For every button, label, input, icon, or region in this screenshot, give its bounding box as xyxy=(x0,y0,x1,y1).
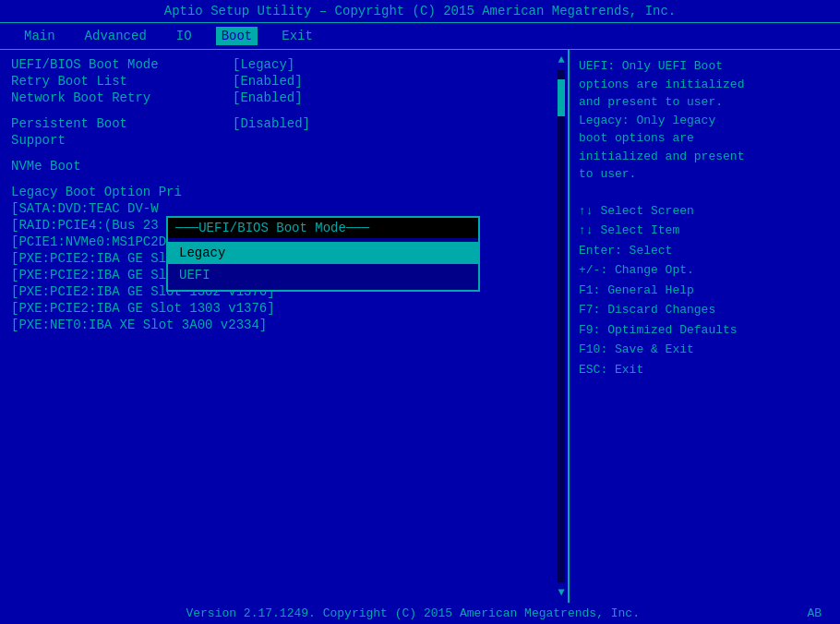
legacy-boot-label: Legacy Boot Option Pri xyxy=(11,185,306,199)
modal-title-bar: UEFI/BIOS Boot Mode xyxy=(168,218,478,238)
help-line: Legacy: Only legacy xyxy=(579,112,831,130)
right-panel: UEFI: Only UEFI Bootoptions are initiali… xyxy=(568,50,840,603)
setting-label[interactable]: Network Boot Retry xyxy=(11,90,233,105)
nav-item-exit[interactable]: Exit xyxy=(276,27,318,45)
setting-row: Network Boot Retry[Enabled] xyxy=(11,90,557,105)
help-text: UEFI: Only UEFI Bootoptions are initiali… xyxy=(579,57,831,184)
setting-value: [Disabled] xyxy=(233,116,310,131)
boot-list-item[interactable]: [PXE:PCIE2:IBA GE Slot 1303 v1376] xyxy=(11,301,557,316)
help-line: initialized and present xyxy=(579,148,831,166)
help-line: and present to user. xyxy=(579,93,831,112)
modal-title: UEFI/BIOS Boot Mode xyxy=(198,221,346,235)
key-row: ESC: Exit xyxy=(579,361,831,379)
setting-row: Support xyxy=(11,133,557,148)
nav-item-boot[interactable]: Boot xyxy=(216,27,258,45)
setting-row: Persistent Boot[Disabled] xyxy=(11,116,557,131)
boot-list-item[interactable]: [SATA:DVD:TEAC DV-W xyxy=(11,201,557,216)
left-panel: UEFI/BIOS Boot Mode[Legacy]Retry Boot Li… xyxy=(0,50,568,603)
modal-options: LegacyUEFI xyxy=(168,238,478,290)
key-help: ↑↓ Select Screen↑↓ Select ItemEnter: Sel… xyxy=(579,202,831,379)
boot-list-item[interactable]: [PXE:NET0:IBA XE Slot 3A00 v2334] xyxy=(11,318,557,332)
key-row: Enter: Select xyxy=(579,242,831,260)
modal-option-legacy[interactable]: Legacy xyxy=(168,242,478,264)
key-row: F7: Discard Changes xyxy=(579,301,831,319)
help-line: UEFI: Only UEFI Boot xyxy=(579,57,831,76)
setting-label[interactable]: NVMe Boot xyxy=(11,159,233,174)
setting-row: UEFI/BIOS Boot Mode[Legacy] xyxy=(11,57,557,72)
setting-label[interactable]: UEFI/BIOS Boot Mode xyxy=(11,57,233,72)
help-line: boot options are xyxy=(579,129,831,148)
title-bar: Aptio Setup Utility – Copyright (C) 2015… xyxy=(0,0,840,22)
key-row: F1: General Help xyxy=(579,282,831,300)
help-line: to user. xyxy=(579,165,831,184)
nav-bar: MainAdvancedIOBootExit xyxy=(0,23,840,49)
key-row: F9: Optimized Defaults xyxy=(579,321,831,340)
setting-value: [Enabled] xyxy=(233,74,303,89)
nav-item-main[interactable]: Main xyxy=(18,27,61,45)
scroll-down-arrow[interactable]: ▼ xyxy=(558,586,564,599)
nav-item-io[interactable]: IO xyxy=(171,27,198,45)
setting-row: NVMe Boot xyxy=(11,159,557,174)
scrollbar[interactable]: ▲ ▼ xyxy=(555,50,568,603)
setting-value: [Enabled] xyxy=(233,90,303,105)
setting-label[interactable]: Retry Boot List xyxy=(11,74,233,89)
help-line: options are initialized xyxy=(579,76,831,94)
footer-version: Version 2.17.1249. Copyright (C) 2015 Am… xyxy=(18,606,807,620)
setting-label: Support xyxy=(11,133,233,148)
setting-row: Retry Boot List[Enabled] xyxy=(11,74,557,89)
modal-option-uefi[interactable]: UEFI xyxy=(168,264,478,286)
footer: Version 2.17.1249. Copyright (C) 2015 Am… xyxy=(0,603,840,624)
scroll-thumb xyxy=(558,79,565,116)
main-area: UEFI/BIOS Boot Mode[Legacy]Retry Boot Li… xyxy=(0,50,840,603)
setting-label[interactable]: Persistent Boot xyxy=(11,116,233,131)
title-text: Aptio Setup Utility – Copyright (C) 2015… xyxy=(164,4,677,18)
boot-mode-modal[interactable]: UEFI/BIOS Boot Mode LegacyUEFI xyxy=(166,216,480,292)
scroll-track[interactable] xyxy=(558,70,565,582)
key-row: ↑↓ Select Screen xyxy=(579,202,831,221)
key-row: F10: Save & Exit xyxy=(579,341,831,359)
scroll-up-arrow[interactable]: ▲ xyxy=(558,54,564,66)
footer-badge: AB xyxy=(807,606,822,620)
key-row: +/-: Change Opt. xyxy=(579,261,831,280)
key-row: ↑↓ Select Item xyxy=(579,222,831,240)
legacy-boot-option-header: Legacy Boot Option Pri xyxy=(11,185,557,199)
setting-value: [Legacy] xyxy=(233,57,294,72)
nav-item-advanced[interactable]: Advanced xyxy=(79,27,152,45)
